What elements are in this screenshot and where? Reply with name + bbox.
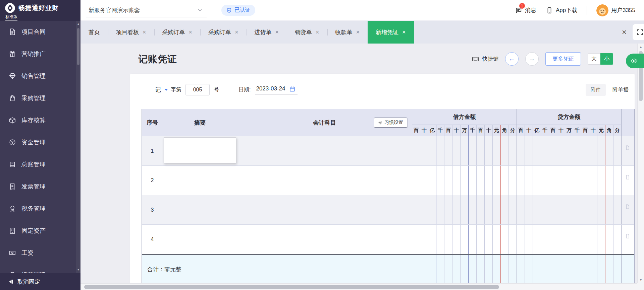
digit-cell[interactable] xyxy=(557,195,565,224)
digit-cell[interactable] xyxy=(477,225,485,254)
summary-cell[interactable] xyxy=(163,136,237,165)
digit-cell[interactable] xyxy=(412,195,420,224)
digit-cell[interactable] xyxy=(557,225,565,254)
summary-cell[interactable] xyxy=(163,225,237,254)
digit-cell[interactable] xyxy=(613,195,622,224)
attachment-button[interactable]: 附件 xyxy=(586,84,606,96)
tab-close-icon[interactable]: × xyxy=(189,29,193,35)
sidebar-item[interactable]: 经营管理 xyxy=(0,264,80,273)
digit-cell[interactable] xyxy=(573,166,581,195)
sidebar-item[interactable]: 工资 xyxy=(0,242,80,264)
digit-cell[interactable] xyxy=(525,195,533,224)
digit-cell[interactable] xyxy=(533,136,541,165)
toggle-visibility-button[interactable] xyxy=(626,54,644,68)
summary-input[interactable] xyxy=(164,137,236,163)
sidebar-scroll-thumb[interactable] xyxy=(77,28,79,65)
digit-cell[interactable] xyxy=(605,166,613,195)
digit-cell[interactable] xyxy=(597,166,605,195)
digit-cell[interactable] xyxy=(525,166,533,195)
digit-cell[interactable] xyxy=(469,195,477,224)
horizontal-scrollbar[interactable] xyxy=(80,283,637,290)
digit-cell[interactable] xyxy=(605,225,613,254)
digit-cell[interactable] xyxy=(597,195,605,224)
digit-cell[interactable] xyxy=(452,195,461,224)
digit-cell[interactable] xyxy=(428,166,436,195)
digit-cell[interactable] xyxy=(573,225,581,254)
tab-item[interactable]: 项目看板× xyxy=(108,21,154,44)
tab-item[interactable]: 销货单× xyxy=(287,21,327,44)
tab-item[interactable]: 新增凭证× xyxy=(368,21,414,44)
digit-cell[interactable] xyxy=(485,195,493,224)
digit-cell[interactable] xyxy=(420,136,428,165)
digit-cell[interactable] xyxy=(613,136,622,165)
fullscreen-button[interactable] xyxy=(633,24,644,40)
digit-cell[interactable] xyxy=(565,225,573,254)
digit-cell[interactable] xyxy=(436,225,444,254)
digit-cell[interactable] xyxy=(452,225,461,254)
digit-cell[interactable] xyxy=(581,225,589,254)
digit-cell[interactable] xyxy=(469,225,477,254)
digit-cell[interactable] xyxy=(541,195,549,224)
digit-cell[interactable] xyxy=(485,225,493,254)
digit-cell[interactable] xyxy=(573,136,581,165)
unpin-sidebar-button[interactable]: 取消固定 xyxy=(0,273,80,290)
digit-cell[interactable] xyxy=(557,136,565,165)
voucher-word-dropdown-icon[interactable] xyxy=(164,88,168,92)
app-download-button[interactable]: App下载 xyxy=(546,6,577,14)
digit-cell[interactable] xyxy=(420,225,428,254)
digit-cell[interactable] xyxy=(501,225,509,254)
digit-cell[interactable] xyxy=(444,225,452,254)
digit-cell[interactable] xyxy=(461,166,469,195)
digit-cell[interactable] xyxy=(549,225,557,254)
digit-cell[interactable] xyxy=(509,195,517,224)
digit-cell[interactable] xyxy=(444,166,452,195)
account-cell[interactable] xyxy=(237,136,412,165)
scroll-down-icon[interactable]: ▼ xyxy=(76,267,80,273)
scroll-up-icon[interactable]: ▲ xyxy=(638,44,644,50)
digit-cell[interactable] xyxy=(412,166,420,195)
digit-cell[interactable] xyxy=(589,136,597,165)
account-cell[interactable] xyxy=(237,225,412,254)
account-cell[interactable] xyxy=(237,195,412,224)
digit-cell[interactable] xyxy=(412,225,420,254)
date-picker[interactable]: 2023-03-24 xyxy=(255,85,298,95)
digit-cell[interactable] xyxy=(412,136,420,165)
digit-cell[interactable] xyxy=(589,195,597,224)
digit-cell[interactable] xyxy=(613,225,622,254)
digit-cell[interactable] xyxy=(436,166,444,195)
digit-cell[interactable] xyxy=(533,225,541,254)
digit-cell[interactable] xyxy=(428,225,436,254)
digit-cell[interactable] xyxy=(557,166,565,195)
digit-cell[interactable] xyxy=(485,166,493,195)
next-voucher-button[interactable]: → xyxy=(525,52,539,66)
digit-cell[interactable] xyxy=(517,166,525,195)
digit-cell[interactable] xyxy=(461,225,469,254)
sidebar-item[interactable]: 项目合同 xyxy=(0,21,80,43)
sidebar-scrollbar[interactable]: ▲ ▼ xyxy=(76,21,80,273)
size-small-button[interactable]: 小 xyxy=(600,53,613,65)
digit-cell[interactable] xyxy=(589,225,597,254)
summary-cell[interactable] xyxy=(163,166,237,195)
digit-cell[interactable] xyxy=(436,195,444,224)
sidebar-item[interactable]: 采购管理 xyxy=(0,87,80,109)
scroll-down-icon[interactable]: ▼ xyxy=(638,277,644,283)
digit-cell[interactable] xyxy=(581,136,589,165)
digit-cell[interactable] xyxy=(444,136,452,165)
digit-cell[interactable] xyxy=(605,195,613,224)
tab-item[interactable]: 进货单× xyxy=(247,21,287,44)
digit-cell[interactable] xyxy=(477,136,485,165)
digit-cell[interactable] xyxy=(477,166,485,195)
digit-cell[interactable] xyxy=(549,136,557,165)
digit-cell[interactable] xyxy=(597,136,605,165)
digit-cell[interactable] xyxy=(493,195,501,224)
scroll-up-icon[interactable]: ▲ xyxy=(76,21,80,27)
user-menu[interactable]: 用户3355 xyxy=(596,4,635,16)
sidebar-item[interactable]: 资金管理 xyxy=(0,131,80,153)
digit-cell[interactable] xyxy=(597,225,605,254)
sidebar-item[interactable]: 税务管理 xyxy=(0,198,80,220)
tab-item[interactable]: 采购订单× xyxy=(154,21,201,44)
digit-cell[interactable] xyxy=(517,136,525,165)
digit-cell[interactable] xyxy=(565,166,573,195)
voucher-number-input[interactable] xyxy=(185,84,210,95)
digit-cell[interactable] xyxy=(501,136,509,165)
